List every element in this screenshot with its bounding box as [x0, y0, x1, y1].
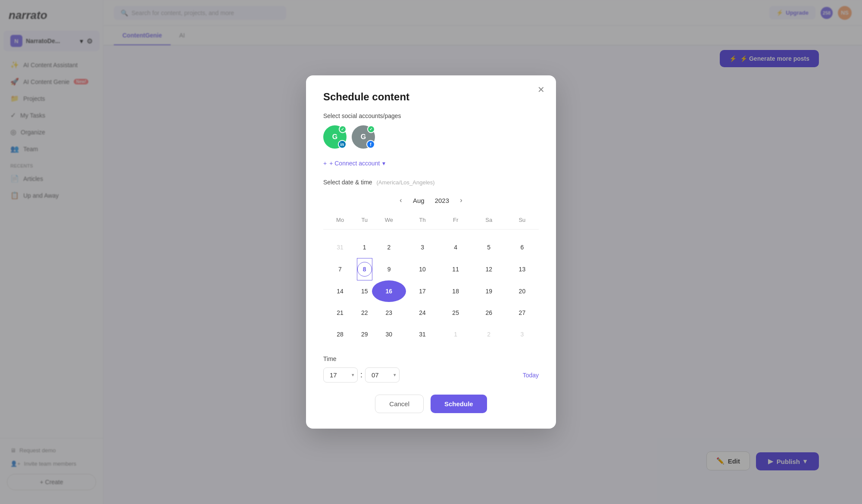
modal-close-button[interactable]: ✕	[534, 83, 547, 96]
calendar-day[interactable]: 18	[439, 280, 472, 302]
calendar-week-row: 14151617181920	[323, 280, 539, 302]
time-colon: :	[358, 370, 365, 380]
calendar-weekdays-row: Mo Tu We Th Fr Sa Su	[323, 214, 539, 226]
modal-title: Schedule content	[323, 91, 539, 103]
calendar-day[interactable]: 30	[372, 324, 406, 345]
calendar-day[interactable]: 11	[439, 258, 472, 280]
calendar: ‹ Aug 2023 › Mo Tu We Th Fr Sa Su	[323, 193, 539, 345]
schedule-button[interactable]: Schedule	[431, 395, 487, 413]
calendar-day[interactable]: 26	[472, 302, 506, 324]
calendar-week-row: 21222324252627	[323, 302, 539, 324]
datetime-section-label: Select date & time (America/Los_Angeles)	[323, 179, 539, 186]
weekday-mo: Mo	[323, 214, 357, 226]
calendar-day[interactable]: 4	[439, 236, 472, 258]
calendar-grid: Mo Tu We Th Fr Sa Su 3112345678910111213…	[323, 214, 539, 345]
calendar-week-row: 31123456	[323, 236, 539, 258]
weekday-tu: Tu	[357, 214, 372, 226]
calendar-day[interactable]: 8	[357, 258, 372, 280]
minute-select[interactable]: 07 0015 3045	[365, 367, 400, 383]
linkedin-badge: in	[338, 140, 347, 149]
calendar-day[interactable]: 12	[472, 258, 506, 280]
calendar-day: 2	[472, 324, 506, 345]
schedule-modal: ✕ Schedule content Select social account…	[306, 75, 556, 429]
calendar-day[interactable]: 1	[357, 236, 372, 258]
calendar-day[interactable]: 3	[406, 236, 439, 258]
calendar-day[interactable]: 16	[372, 280, 406, 302]
calendar-day[interactable]: 23	[372, 302, 406, 324]
calendar-week-row: 78910111213	[323, 258, 539, 280]
facebook-check-icon: ✓	[367, 125, 375, 133]
plus-icon: +	[323, 160, 327, 167]
calendar-day[interactable]: 20	[506, 280, 539, 302]
calendar-prev-button[interactable]: ‹	[394, 193, 408, 207]
weekday-su: Su	[506, 214, 539, 226]
time-section-label: Time	[323, 355, 539, 362]
calendar-week-row: 28293031123	[323, 324, 539, 345]
calendar-day[interactable]: 27	[506, 302, 539, 324]
hour-select-wrap: 17 000102 030405 060708 091011 121314 15…	[323, 367, 358, 383]
calendar-day[interactable]: 25	[439, 302, 472, 324]
calendar-day[interactable]: 9	[372, 258, 406, 280]
calendar-day[interactable]: 17	[406, 280, 439, 302]
connect-account-label: + Connect account	[329, 160, 380, 167]
calendar-month: Aug	[413, 197, 425, 204]
calendar-day[interactable]: 21	[323, 302, 357, 324]
time-section: Time 17 000102 030405 060708 091011 1213…	[323, 355, 539, 383]
calendar-day[interactable]: 15	[357, 280, 372, 302]
connect-account-button[interactable]: + + Connect account ▾	[323, 157, 385, 169]
calendar-day: 3	[506, 324, 539, 345]
linkedin-check-icon: ✓	[339, 125, 347, 133]
calendar-day[interactable]: 13	[506, 258, 539, 280]
linkedin-account[interactable]: G ✓ in	[323, 125, 347, 149]
accounts-section-label: Select social accounts/pages	[323, 112, 539, 119]
calendar-day[interactable]: 19	[472, 280, 506, 302]
facebook-badge: f	[366, 140, 375, 149]
calendar-day[interactable]: 7	[323, 258, 357, 280]
cancel-button[interactable]: Cancel	[375, 395, 424, 413]
calendar-day[interactable]: 5	[472, 236, 506, 258]
calendar-day: 31	[323, 236, 357, 258]
modal-overlay: ✕ Schedule content Select social account…	[0, 0, 862, 504]
weekday-fr: Fr	[439, 214, 472, 226]
calendar-day[interactable]: 10	[406, 258, 439, 280]
hour-select[interactable]: 17 000102 030405 060708 091011 121314 15…	[323, 367, 358, 383]
calendar-day[interactable]: 24	[406, 302, 439, 324]
calendar-day[interactable]: 31	[406, 324, 439, 345]
weekday-th: Th	[406, 214, 439, 226]
calendar-day[interactable]: 29	[357, 324, 372, 345]
calendar-day[interactable]: 14	[323, 280, 357, 302]
calendar-day: 1	[439, 324, 472, 345]
calendar-day[interactable]: 2	[372, 236, 406, 258]
calendar-next-button[interactable]: ›	[454, 193, 468, 207]
weekday-sa: Sa	[472, 214, 506, 226]
facebook-account[interactable]: G ✓ f	[352, 125, 375, 149]
accounts-row: G ✓ in G ✓ f	[323, 125, 539, 149]
weekday-we: We	[372, 214, 406, 226]
modal-footer: Cancel Schedule	[323, 395, 539, 413]
timezone-label: (America/Los_Angeles)	[377, 179, 435, 186]
today-button[interactable]: Today	[523, 372, 539, 379]
calendar-year: 2023	[435, 197, 449, 204]
calendar-day[interactable]: 22	[357, 302, 372, 324]
time-row: 17 000102 030405 060708 091011 121314 15…	[323, 367, 539, 383]
calendar-day[interactable]: 6	[506, 236, 539, 258]
calendar-header: ‹ Aug 2023 ›	[323, 193, 539, 207]
connect-account-chevron: ▾	[382, 160, 385, 167]
calendar-day[interactable]: 28	[323, 324, 357, 345]
minute-select-wrap: 07 0015 3045 ▾	[365, 367, 400, 383]
